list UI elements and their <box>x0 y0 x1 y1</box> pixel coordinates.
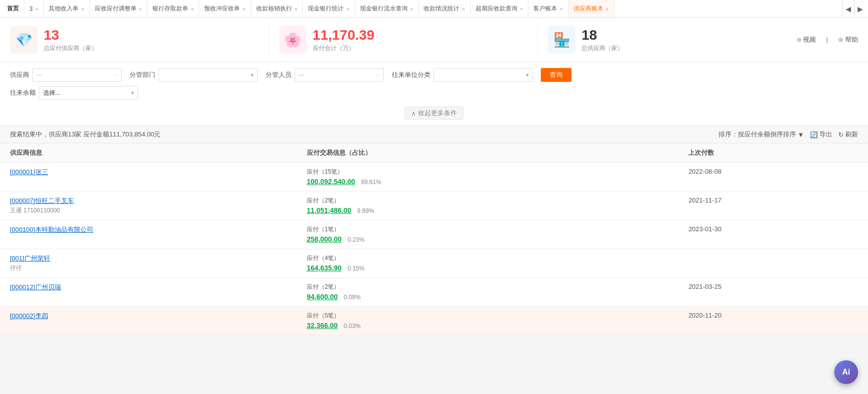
trans-label-3: 应付（4笔） <box>307 254 689 263</box>
trans-percent-1: 9.89% <box>357 207 374 214</box>
lastpay-date-4: 2021-03-25 <box>688 283 722 290</box>
table-row: [000007]恒旺二手叉车王通 17106110000应付（2笔）11,051… <box>0 192 868 220</box>
data-table: 供应商信息 应付交易信息（占比） 上次付数 [000001]张三应付（15笔）1… <box>0 143 868 335</box>
supplier-col-0: [000001]张三 <box>10 168 307 177</box>
supplier-dots: ··· <box>114 71 119 78</box>
close-tab-receipt-stat[interactable]: × <box>462 6 465 12</box>
supplier-input[interactable] <box>32 68 122 82</box>
trans-amount-4[interactable]: 94,600.00 <box>307 293 338 301</box>
top-navigation: 首页3×其他收入单×应收应付调整单×银行存取款单×预收冲应收单×收款核销执行×现… <box>0 0 868 18</box>
category-select[interactable] <box>434 68 533 82</box>
close-tab-cash-bank-stat[interactable]: × <box>346 6 349 12</box>
nav-tab-ap-adjust[interactable]: 应收应付调整单× <box>90 0 147 18</box>
nav-tab-receipt-stat[interactable]: 收款情况统计× <box>419 0 470 18</box>
trans-amount-row-4: 94,600.000.08% <box>307 293 689 301</box>
close-tab-tab3[interactable]: × <box>35 6 38 12</box>
refresh-label: 刷新 <box>845 130 858 139</box>
help-link[interactable]: ⊙ 帮助 <box>838 35 858 44</box>
results-bar: 搜索结果中，供应商13家 应付金额111,703,854.00元 排序：按应付余… <box>0 126 868 143</box>
nav-tabs-container: 首页3×其他收入单×应收应付调整单×银行存取款单×预收冲应收单×收款核销执行×现… <box>2 0 842 18</box>
trans-amount-3[interactable]: 164,635.90 <box>307 264 342 272</box>
nav-tab-other-income[interactable]: 其他收入单× <box>44 0 89 18</box>
balance-filter: 往来余额 选择... ▼ <box>10 86 138 100</box>
refresh-button[interactable]: ↻ 刷新 <box>838 130 858 139</box>
person-input[interactable] <box>294 68 384 82</box>
store-icon: 🏪 <box>548 26 576 54</box>
supplier-link-5[interactable]: [000002]李四 <box>10 312 48 320</box>
dept-filter-label: 分管部门 <box>130 70 155 79</box>
trans-amount-0[interactable]: 100,092,540.00 <box>307 178 355 186</box>
close-tab-supplier-account[interactable]: × <box>606 6 609 12</box>
trans-amount-5[interactable]: 32,366.00 <box>307 322 338 329</box>
collapse-button[interactable]: ∧ 收起更多条件 <box>405 107 463 120</box>
nav-tab-overdue-query[interactable]: 超期应收款查询× <box>471 0 528 18</box>
close-tab-other-income[interactable]: × <box>81 6 84 12</box>
category-filter: 往来单位分类 ▼ <box>392 68 533 82</box>
supplier-link-1[interactable]: [000007]恒旺二手叉车 <box>10 197 74 204</box>
nav-tab-cash-flow[interactable]: 现金银行流水查询× <box>355 0 419 18</box>
sort-selector[interactable]: 排序：按应付余额倒序排序 ▼ <box>719 130 804 139</box>
supplier-link-0[interactable]: [000001]张三 <box>10 168 48 176</box>
close-tab-bank-deposit[interactable]: × <box>191 6 194 12</box>
trans-amount-2[interactable]: 258,000.00 <box>307 235 342 243</box>
total-suppliers-number: 18 <box>581 27 623 44</box>
collapse-bar: ∧ 收起更多条件 <box>10 104 858 120</box>
nav-prev-arrow[interactable]: ◀ <box>842 0 854 18</box>
close-tab-cash-flow[interactable]: × <box>410 6 413 12</box>
close-tab-customer-account[interactable]: × <box>560 6 563 12</box>
collapse-chevron-icon: ∧ <box>411 110 416 117</box>
stat-payable-total: 🌸 11,170.39 应付合计（万） <box>269 23 528 57</box>
filter-area: 供应商 ··· 分管部门 ▼ 分管人员 ··· 往来单位分类 <box>0 62 868 126</box>
export-label: 导出 <box>819 130 832 139</box>
supplier-link-4[interactable]: [000012]广州贝瑞 <box>10 283 61 291</box>
nav-tab-supplier-account[interactable]: 供应商账本× <box>569 0 614 18</box>
lastpay-date-0: 2022-08-08 <box>688 168 722 175</box>
table-header: 供应商信息 应付交易信息（占比） 上次付数 <box>0 143 868 163</box>
nav-tab-receipt-audit[interactable]: 收款核销执行× <box>251 0 303 18</box>
dept-filter: 分管部门 ▼ <box>130 68 258 82</box>
supplier-filter: 供应商 ··· <box>10 68 122 82</box>
query-button[interactable]: 查询 <box>541 68 572 82</box>
supplier-sub-1: 王通 17106110000 <box>10 206 307 215</box>
close-tab-receipt-audit[interactable]: × <box>294 6 297 12</box>
trans-amount-1[interactable]: 11,051,486.00 <box>307 206 352 214</box>
filter-row-1: 供应商 ··· 分管部门 ▼ 分管人员 ··· 往来单位分类 <box>10 68 858 82</box>
transaction-col-4: 应付（2笔）94,600.000.08% <box>307 283 689 301</box>
payable-suppliers-number: 13 <box>44 27 97 44</box>
table-body: [000001]张三应付（15笔）100,092,540.0089.61%202… <box>0 163 868 335</box>
supplier-link-3[interactable]: [001]广州荣轩 <box>10 255 50 262</box>
balance-select[interactable]: 选择... <box>39 86 138 100</box>
close-tab-advance-verify[interactable]: × <box>242 6 245 12</box>
nav-next-arrow[interactable]: ▶ <box>854 0 866 18</box>
video-link[interactable]: ⊙ 视频 <box>796 35 816 44</box>
separator: ｜ <box>824 35 830 44</box>
lastpay-date-5: 2020-11-20 <box>688 312 722 319</box>
category-select-wrapper: ▼ <box>434 68 533 82</box>
nav-tab-advance-verify[interactable]: 预收冲应收单× <box>199 0 251 18</box>
lastpay-date-1: 2021-11-17 <box>688 197 722 204</box>
export-button[interactable]: 🔄 导出 <box>810 130 832 139</box>
trans-amount-row-3: 164,635.900.15% <box>307 264 689 272</box>
transaction-col-1: 应付（2笔）11,051,486.009.89% <box>307 197 689 214</box>
lastpay-col-0: 2022-08-08 <box>688 168 858 175</box>
close-tab-ap-adjust[interactable]: × <box>139 6 142 12</box>
help-links: ⊙ 视频 ｜ ⊙ 帮助 <box>796 35 858 44</box>
nav-tab-home[interactable]: 首页 <box>2 0 24 18</box>
nav-tab-cash-bank-stat[interactable]: 现金银行统计× <box>303 0 355 18</box>
refresh-icon: ↻ <box>838 131 844 138</box>
nav-tab-bank-deposit[interactable]: 银行存取款单× <box>147 0 199 18</box>
lastpay-col-4: 2021-03-25 <box>688 283 858 290</box>
trans-label-1: 应付（2笔） <box>307 197 689 205</box>
nav-tab-tab3[interactable]: 3× <box>24 0 44 18</box>
dept-select[interactable] <box>158 68 258 82</box>
sort-chevron-icon: ▼ <box>797 131 804 138</box>
nav-tab-customer-account[interactable]: 客户账本× <box>528 0 568 18</box>
supplier-col-3: [001]广州荣轩仔仔 <box>10 254 307 272</box>
person-filter-label: 分管人员 <box>266 70 291 79</box>
sort-label: 排序：按应付余额倒序排序 <box>719 130 796 139</box>
supplier-link-2[interactable]: [000100]本特勤油品有限公司 <box>10 226 93 233</box>
filter-row-2: 往来余额 选择... ▼ <box>10 86 858 100</box>
balance-filter-label: 往来余额 <box>10 88 36 97</box>
close-tab-overdue-query[interactable]: × <box>520 6 523 12</box>
table-row: [000002]李四应付（5笔）32,366.000.03%2020-11-20 <box>0 307 868 335</box>
